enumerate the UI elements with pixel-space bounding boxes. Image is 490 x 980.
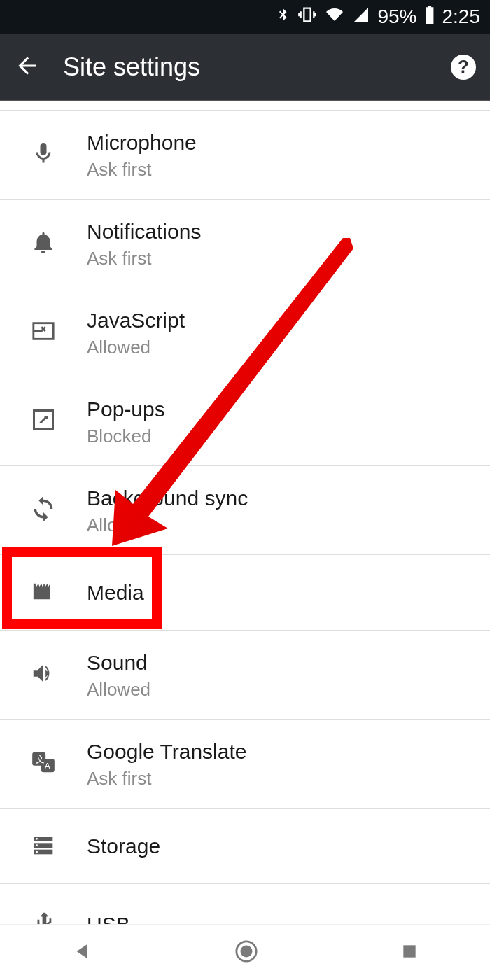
microphone-icon — [31, 139, 56, 171]
item-sound[interactable]: Sound Allowed — [0, 631, 490, 720]
svg-text:文: 文 — [36, 755, 45, 764]
item-status: Allowed — [87, 337, 476, 358]
item-label: Background sync — [87, 484, 476, 512]
signal-icon — [352, 6, 370, 28]
item-label: JavaScript — [87, 307, 476, 334]
item-label: Google Translate — [87, 738, 476, 765]
svg-point-10 — [36, 844, 38, 846]
top-divider — [0, 101, 490, 111]
item-label: Pop-ups — [87, 396, 476, 423]
sync-icon — [29, 495, 57, 526]
popup-icon — [31, 407, 56, 435]
item-status: Allowed — [87, 679, 476, 701]
status-bar: 95% 2:25 — [0, 0, 490, 34]
battery-percent: 95% — [377, 6, 416, 28]
item-status: Ask first — [87, 159, 476, 181]
sound-icon — [29, 660, 57, 690]
item-label: Notifications — [87, 218, 476, 245]
help-icon[interactable]: ? — [451, 55, 476, 80]
svg-point-11 — [36, 850, 38, 853]
navigation-bar — [0, 924, 490, 980]
item-microphone[interactable]: Microphone Ask first — [0, 111, 490, 200]
back-icon[interactable] — [14, 52, 41, 82]
item-status: Allowed — [87, 514, 476, 536]
bluetooth-icon — [275, 5, 290, 29]
wifi-icon — [324, 6, 345, 28]
bell-icon — [30, 228, 57, 259]
item-popups[interactable]: Pop-ups Blocked — [0, 377, 490, 466]
translate-icon: 文A — [29, 749, 57, 778]
item-label: Storage — [87, 832, 476, 860]
item-notifications[interactable]: Notifications Ask first — [0, 200, 490, 288]
nav-home-icon[interactable] — [234, 939, 258, 966]
svg-point-9 — [36, 838, 38, 840]
item-javascript[interactable]: JavaScript Allowed — [0, 288, 490, 377]
item-label: Media — [87, 579, 476, 606]
item-status: Ask first — [87, 768, 476, 790]
svg-text:A: A — [45, 762, 51, 771]
settings-list: Microphone Ask first Notifications Ask f… — [0, 111, 490, 964]
page-title: Site settings — [63, 52, 428, 82]
item-label: Microphone — [87, 129, 476, 156]
item-label: Sound — [87, 649, 476, 676]
app-bar: Site settings ? — [0, 34, 490, 101]
svg-rect-15 — [404, 945, 416, 957]
clock-text: 2:25 — [442, 6, 481, 28]
nav-recent-icon[interactable] — [400, 942, 419, 963]
item-status: Ask first — [87, 248, 476, 270]
item-media[interactable]: Media — [0, 555, 490, 631]
item-google-translate[interactable]: 文A Google Translate Ask first — [0, 720, 490, 808]
battery-icon — [424, 6, 435, 29]
item-background-sync[interactable]: Background sync Allowed — [0, 466, 490, 555]
nav-back-icon[interactable] — [71, 941, 92, 965]
media-icon — [29, 580, 57, 606]
item-status: Blocked — [87, 426, 476, 447]
svg-point-14 — [240, 945, 252, 957]
item-storage[interactable]: Storage — [0, 808, 490, 884]
vibrate-icon — [298, 5, 317, 29]
storage-icon — [29, 834, 57, 859]
javascript-icon — [28, 319, 59, 346]
status-icons: 95% 2:25 — [275, 5, 480, 29]
